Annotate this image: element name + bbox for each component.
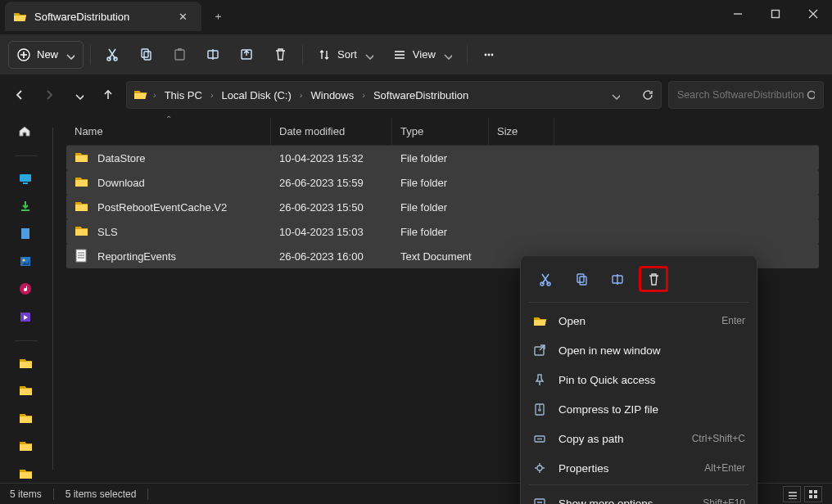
- breadcrumb[interactable]: Local Disk (C:): [219, 88, 295, 103]
- zip-icon: [532, 402, 547, 416]
- cm-item-show-more-options[interactable]: Show more optionsShift+F10: [521, 488, 757, 504]
- folder-icon: [13, 10, 26, 23]
- cm-item-copy-as-path[interactable]: Copy as pathCtrl+Shift+C: [521, 424, 757, 453]
- cm-item-pin-to-quick-access[interactable]: Pin to Quick access: [521, 365, 757, 394]
- textfile-icon: [75, 249, 89, 263]
- tab-title: SoftwareDistribution: [34, 11, 170, 23]
- file-date: 10-04-2023 15:32: [271, 152, 392, 164]
- cm-item-label: Compress to ZIP file: [558, 403, 734, 416]
- path-icon: [532, 431, 547, 446]
- file-name: SLS: [97, 226, 118, 238]
- details-view-button[interactable]: [783, 486, 801, 502]
- cm-cut-button[interactable]: [531, 266, 560, 292]
- search-box[interactable]: [668, 81, 824, 109]
- close-tab-icon[interactable]: ✕: [179, 11, 190, 23]
- view-button[interactable]: View: [385, 41, 460, 69]
- cm-item-compress-to-zip-file[interactable]: Compress to ZIP file: [521, 394, 757, 424]
- home-icon[interactable]: [15, 124, 38, 141]
- cm-item-label: Open in new window: [558, 344, 734, 357]
- minimize-button[interactable]: [719, 0, 757, 28]
- music-icon[interactable]: [15, 281, 38, 298]
- svg-rect-38: [814, 490, 817, 493]
- folder-icon[interactable]: [15, 384, 38, 400]
- folder-open-icon: [532, 313, 547, 328]
- folder-icon: [133, 88, 148, 102]
- recent-dropdown[interactable]: [67, 83, 90, 106]
- chevron-down-icon[interactable]: [610, 90, 620, 100]
- rename-button[interactable]: [198, 41, 228, 69]
- new-button[interactable]: New: [8, 41, 84, 69]
- search-icon[interactable]: [806, 89, 815, 101]
- context-menu: OpenEnterOpen in new windowPin to Quick …: [520, 255, 757, 504]
- search-input[interactable]: [677, 89, 806, 101]
- file-date: 26-06-2023 16:00: [271, 250, 392, 263]
- file-type: File folder: [392, 201, 489, 214]
- new-tab-button[interactable]: ＋: [201, 2, 234, 31]
- videos-icon[interactable]: [15, 309, 38, 326]
- breadcrumb[interactable]: Windows: [308, 88, 358, 103]
- forward-button[interactable]: [38, 83, 61, 106]
- cm-item-label: Show more options: [558, 497, 691, 505]
- cm-item-properties[interactable]: PropertiesAlt+Enter: [521, 453, 757, 483]
- column-headers: Name⌃ Date modified Type Size: [66, 118, 819, 146]
- cm-delete-button[interactable]: [639, 266, 668, 292]
- share-button[interactable]: [232, 41, 262, 69]
- file-date: 10-04-2023 15:03: [271, 226, 392, 238]
- column-date[interactable]: Date modified: [271, 118, 392, 145]
- cm-item-accel: Enter: [721, 315, 745, 326]
- cm-item-open[interactable]: OpenEnter: [521, 306, 757, 335]
- newwindow-icon: [532, 343, 547, 358]
- file-row[interactable]: DataStore10-04-2023 15:32File folder: [66, 146, 819, 170]
- back-button[interactable]: [8, 83, 31, 106]
- icons-view-button[interactable]: [804, 486, 822, 502]
- refresh-icon[interactable]: [641, 88, 654, 101]
- cm-copy-button[interactable]: [567, 266, 596, 292]
- props-icon: [532, 461, 547, 475]
- svg-rect-36: [772, 11, 780, 18]
- column-size[interactable]: Size: [489, 118, 554, 145]
- column-name[interactable]: Name⌃: [66, 118, 271, 145]
- file-row[interactable]: SLS10-04-2023 15:03File folder: [66, 219, 819, 244]
- folder-icon[interactable]: [15, 356, 38, 372]
- file-type: Text Document: [392, 250, 489, 263]
- file-name: DataStore: [97, 152, 146, 164]
- close-window-button[interactable]: [794, 0, 832, 28]
- up-button[interactable]: [97, 83, 120, 106]
- svg-rect-40: [814, 495, 817, 498]
- svg-rect-39: [809, 495, 812, 498]
- copy-button[interactable]: [131, 41, 161, 69]
- column-type[interactable]: Type: [392, 118, 489, 145]
- window-tab[interactable]: SoftwareDistribution ✕: [5, 2, 201, 31]
- sort-indicator-icon: ⌃: [165, 115, 172, 124]
- file-date: 26-06-2023 15:59: [271, 177, 392, 189]
- selection-count: 5 items selected: [66, 488, 137, 500]
- cm-item-label: Open: [558, 315, 710, 327]
- maximize-button[interactable]: [757, 0, 794, 28]
- file-name: Download: [97, 177, 145, 189]
- folder-icon[interactable]: [15, 439, 38, 455]
- new-label: New: [37, 48, 58, 61]
- cut-button[interactable]: [97, 41, 128, 69]
- file-row[interactable]: Download26-06-2023 15:59File folder: [66, 170, 819, 195]
- delete-button[interactable]: [265, 41, 296, 69]
- file-row[interactable]: PostRebootEventCache.V226-06-2023 15:50F…: [66, 195, 819, 219]
- folder-icon[interactable]: [15, 411, 38, 427]
- folder-icon: [75, 200, 89, 214]
- documents-icon[interactable]: [15, 226, 38, 242]
- downloads-icon[interactable]: [15, 199, 38, 215]
- cm-item-open-in-new-window[interactable]: Open in new window: [521, 335, 757, 365]
- breadcrumb[interactable]: SoftwareDistribution: [370, 88, 472, 103]
- breadcrumb[interactable]: This PC: [161, 88, 206, 103]
- folder-icon[interactable]: [15, 466, 38, 483]
- desktop-icon[interactable]: [15, 171, 38, 187]
- cm-item-label: Pin to Quick access: [558, 374, 734, 386]
- more-button[interactable]: [474, 41, 504, 69]
- file-type: File folder: [392, 226, 489, 238]
- sort-button[interactable]: Sort: [310, 41, 382, 69]
- cm-item-label: Properties: [558, 462, 693, 475]
- pictures-icon[interactable]: [15, 254, 38, 270]
- pin-icon: [532, 372, 547, 387]
- paste-button[interactable]: [165, 41, 195, 69]
- cm-rename-button[interactable]: [603, 266, 632, 292]
- address-bar[interactable]: › This PC › Local Disk (C:) › Windows › …: [126, 81, 662, 109]
